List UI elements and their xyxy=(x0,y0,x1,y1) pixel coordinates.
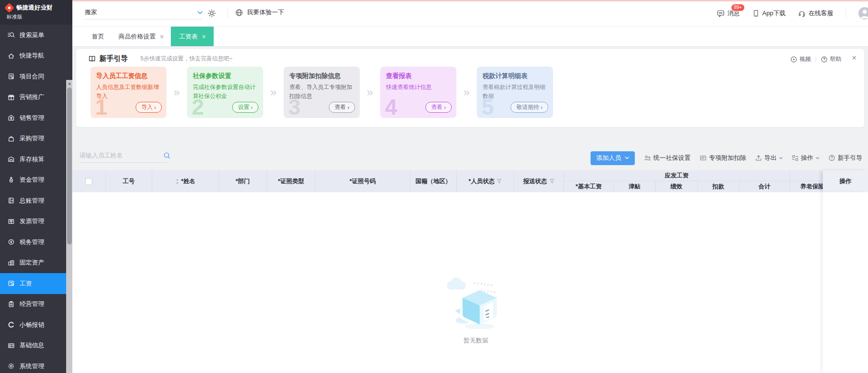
gear-icon[interactable] xyxy=(207,9,216,18)
guide-step-special-deduction[interactable]: 专项附加扣除信息 查看、导入员工专项附加扣除信息 3 查看› xyxy=(284,67,360,118)
sidebar-item-marketing[interactable]: 营销推广 xyxy=(0,87,66,108)
guide-step-import-salary[interactable]: 导入员工工资信息 人员信息及工资数据新增导入 1 导入› xyxy=(90,67,167,118)
col-department: *部门 xyxy=(219,170,267,192)
sidebar-item-search-menu[interactable]: 搜索菜单 xyxy=(0,25,66,46)
step-action-button[interactable]: 设置› xyxy=(232,102,258,113)
home-icon xyxy=(8,52,15,59)
clipboard-icon xyxy=(8,301,15,308)
export-button[interactable]: 导出 xyxy=(755,154,783,162)
sort-icon[interactable] xyxy=(176,179,179,184)
close-icon[interactable]: × xyxy=(160,33,164,40)
export-icon xyxy=(755,155,762,161)
guide-step-tax-detail[interactable]: 税款计算明细表 查看税款计算过程及明细数据 5 敬请期待› xyxy=(477,67,553,118)
guide-steps: 导入员工工资信息 人员信息及工资数据新增导入 1 导入› » 社保参数设置 完成… xyxy=(90,67,553,118)
sidebar-item-fixed-assets[interactable]: 固定资产 xyxy=(0,253,66,274)
play-circle-icon xyxy=(790,56,797,63)
step-action-button[interactable]: 查看› xyxy=(425,102,452,113)
sidebar-item-tax[interactable]: 税务管理 xyxy=(0,232,66,253)
col-deduction: 扣款 xyxy=(698,181,740,192)
guide-step-view-reports[interactable]: 查看报表 快速查看统计信息 4 查看› xyxy=(380,67,456,118)
app-download-button[interactable]: App下载 xyxy=(752,9,786,18)
globe-icon xyxy=(235,9,243,17)
sidebar-item-project-contract[interactable]: 项目合同 xyxy=(0,66,66,87)
gift-icon xyxy=(8,94,15,101)
deduction-card-icon xyxy=(700,155,707,161)
invoice-icon xyxy=(8,218,15,225)
account-name: 搬家 xyxy=(85,8,97,17)
messages-button[interactable]: 消息 99+ xyxy=(717,9,740,18)
search-icon[interactable] xyxy=(163,152,171,159)
sidebar-item-system[interactable]: 系统管理 xyxy=(0,356,66,373)
main-content: 新手引导 5步快速完成设置，快去完善信息吧~ 视频 帮助 × 导入员工工资信息 … xyxy=(72,47,868,373)
sidebar-item-salary[interactable]: 工资 xyxy=(0,273,66,294)
tab-product-price-settings[interactable]: 商品价格设置 × xyxy=(111,27,171,46)
sidebar-item-business-mgmt[interactable]: 经营管理 xyxy=(0,294,66,315)
account-selector[interactable]: 搬家 xyxy=(85,6,203,20)
scrollbar-up-arrow-icon[interactable] xyxy=(66,80,72,87)
select-all-checkbox[interactable] xyxy=(85,178,92,185)
sidebar-item-purchase[interactable]: 采购管理 xyxy=(0,128,66,149)
online-service-button[interactable]: 在线客服 xyxy=(798,9,833,18)
employee-search-input[interactable] xyxy=(79,152,163,159)
filter-icon[interactable] xyxy=(497,179,502,184)
reimburse-icon xyxy=(8,321,15,328)
arrow-icon: › xyxy=(541,104,542,111)
user-avatar[interactable] xyxy=(858,7,868,20)
table-body-operations-column xyxy=(823,192,868,373)
sales-icon xyxy=(8,114,15,121)
messages-badge: 99+ xyxy=(731,4,745,11)
close-icon[interactable]: × xyxy=(202,33,206,40)
unify-social-button[interactable]: 统一社保设置 xyxy=(644,154,690,162)
chevron-down-icon xyxy=(197,11,203,14)
scrollbar-thumb[interactable] xyxy=(67,88,72,245)
video-link[interactable]: 视频 xyxy=(790,55,811,63)
newbie-guide-panel: 新手引导 5步快速完成设置，快去完善信息吧~ 视频 帮助 × 导入员工工资信息 … xyxy=(76,49,864,127)
step-number: 4 xyxy=(385,96,397,118)
col-performance: 绩效 xyxy=(656,181,698,192)
sidebar-item-base-info[interactable]: 基础信息 xyxy=(0,335,66,356)
tab-salary-sheet[interactable]: 工资表 × xyxy=(171,27,214,46)
sidebar-scrollbar[interactable] xyxy=(66,80,72,373)
topbar-right-cluster: 消息 99+ App下载 在线客服 xyxy=(717,0,868,27)
col-nationality: 国籍（地区） xyxy=(410,170,457,192)
ledger-book-icon xyxy=(8,197,15,204)
buildings-icon xyxy=(8,259,15,266)
operations-button[interactable]: 操作 xyxy=(792,154,819,162)
tab-home[interactable]: 首页 xyxy=(85,27,111,46)
sidebar-item-inventory[interactable]: 库存核算 xyxy=(0,149,66,170)
guide-header: 新手引导 5步快速完成设置，快去完善信息吧~ xyxy=(89,54,233,63)
col-base-salary: *基本工资 xyxy=(564,181,614,192)
add-person-button[interactable]: 添加人员 xyxy=(591,151,635,165)
brand-logo: 畅捷通好业财 标准版 xyxy=(0,0,72,25)
chevron-down-icon xyxy=(625,157,629,159)
sidebar: 畅捷通好业财 标准版 搜索菜单 快捷导航 项目合同 营销推广 xyxy=(0,0,72,373)
special-deduction-button[interactable]: 专项附加扣除 xyxy=(700,154,746,162)
guide-close-icon[interactable]: × xyxy=(852,53,857,63)
brand-product-name: 畅捷通好业财 xyxy=(16,4,53,12)
tab-bar: 首页 商品价格设置 × 工资表 × xyxy=(72,27,868,47)
col-group-gross-salary: 应发工资 *基本工资 津贴 绩效 扣款 合计 xyxy=(564,170,790,192)
sidebar-item-general-ledger[interactable]: 总账管理 xyxy=(0,190,66,211)
sidebar-item-funds[interactable]: 资金管理 xyxy=(0,170,66,191)
filter-icon[interactable] xyxy=(550,179,554,184)
step-action-button[interactable]: 敬请期待› xyxy=(511,102,548,113)
question-circle-icon xyxy=(829,155,835,161)
col-name: *姓名 xyxy=(152,170,219,192)
sidebar-item-invoice[interactable]: 发票管理 xyxy=(0,211,66,232)
sidebar-item-reimburse[interactable]: 小畅报销 xyxy=(0,314,66,335)
sidebar-item-sales[interactable]: 销售管理 xyxy=(0,108,66,128)
guide-step-social-params[interactable]: 社保参数设置 完成社保参数设置自动计算社保公积金 2 设置› xyxy=(187,67,263,118)
phone-icon xyxy=(752,10,760,17)
newbie-guide-button[interactable]: 新手引导 xyxy=(829,154,862,162)
step-action-button[interactable]: 导入› xyxy=(136,102,162,113)
book-icon xyxy=(89,55,96,62)
sidebar-item-quick-nav[interactable]: 快捷导航 xyxy=(0,46,66,67)
shopping-bag-icon xyxy=(8,135,15,142)
chevron-right-icon: » xyxy=(167,67,187,118)
arrow-icon: › xyxy=(444,104,446,111)
col-report-status: 报送状态 xyxy=(514,170,564,192)
step-action-button[interactable]: 查看› xyxy=(329,102,355,113)
experience-button[interactable]: 我要体验一下 xyxy=(235,8,284,17)
help-link[interactable]: 帮助 xyxy=(821,55,841,63)
brand-logo-icon xyxy=(4,3,14,13)
